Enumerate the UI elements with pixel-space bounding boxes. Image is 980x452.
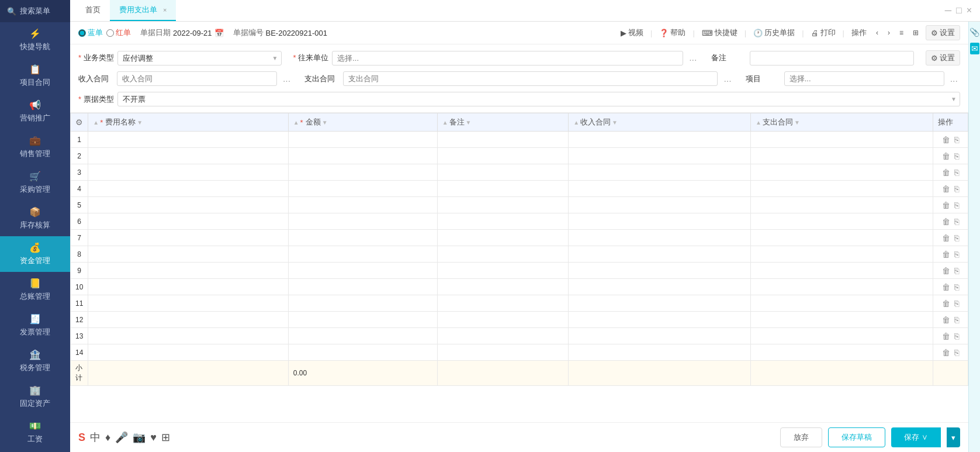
row-6-amount[interactable] — [288, 213, 437, 230]
row-3-copy-icon[interactable]: ⎘ — [953, 168, 960, 177]
row-7-income-contract[interactable] — [569, 230, 751, 246]
row-14-delete-icon[interactable]: 🗑 — [941, 348, 951, 357]
row-1-delete-icon[interactable]: 🗑 — [941, 135, 951, 144]
mail-icon[interactable]: ✉ — [970, 43, 979, 54]
list-view-btn[interactable]: ≡ — [897, 27, 906, 38]
row-5-amount[interactable] — [288, 197, 437, 213]
expense-name-sort-up[interactable]: ▲ — [93, 119, 99, 126]
camera-icon[interactable]: 📷 — [133, 431, 146, 444]
row-1-expense-contract[interactable] — [751, 132, 933, 148]
income-contract-input[interactable] — [117, 71, 277, 86]
row-1-expense-name[interactable] — [88, 132, 288, 148]
row-6-expense-name[interactable] — [88, 213, 288, 230]
partner-dots[interactable]: ... — [687, 53, 699, 63]
row-3-expense-name[interactable] — [88, 164, 288, 181]
row-4-income-contract[interactable] — [569, 181, 751, 197]
row-6-copy-icon[interactable]: ⎘ — [953, 217, 960, 226]
invoice-type-select[interactable]: 不开票 — [117, 92, 960, 106]
row-7-remark[interactable] — [437, 230, 569, 246]
row-4-expense-name[interactable] — [88, 181, 288, 197]
row-7-expense-contract[interactable] — [751, 230, 933, 246]
sidebar-item-capital[interactable]: 💰资金管理 — [0, 236, 70, 272]
row-9-expense-name[interactable] — [88, 263, 288, 279]
history-btn[interactable]: 🕐 历史单据 — [751, 26, 797, 39]
row-9-copy-icon[interactable]: ⎘ — [953, 266, 960, 275]
row-2-delete-icon[interactable]: 🗑 — [941, 151, 951, 161]
sidebar-item-salary[interactable]: 💵工资 — [0, 415, 70, 450]
save-btn[interactable]: 保存 ∨ — [891, 427, 941, 447]
row-2-amount[interactable] — [288, 148, 437, 164]
row-8-remark[interactable] — [437, 246, 569, 263]
row-10-expense-contract[interactable] — [751, 279, 933, 295]
row-5-expense-contract[interactable] — [751, 197, 933, 213]
project-dots[interactable]: ... — [948, 74, 960, 84]
row-11-expense-contract[interactable] — [751, 295, 933, 312]
row-14-copy-icon[interactable]: ⎘ — [953, 348, 960, 357]
settings-btn[interactable]: ⚙ 设置 — [926, 25, 960, 40]
row-1-amount[interactable] — [288, 132, 437, 148]
row-4-copy-icon[interactable]: ⎘ — [953, 184, 960, 194]
amount-sort-down[interactable]: ▼ — [322, 119, 328, 126]
row-6-remark[interactable] — [437, 213, 569, 230]
row-12-expense-contract[interactable] — [751, 312, 933, 328]
expense-contract-dots[interactable]: ... — [721, 74, 733, 84]
row-4-delete-icon[interactable]: 🗑 — [941, 184, 951, 194]
row-12-amount[interactable] — [288, 312, 437, 328]
row-12-remark[interactable] — [437, 312, 569, 328]
row-2-income-contract[interactable] — [569, 148, 751, 164]
grid-icon[interactable]: ⊞ — [161, 431, 170, 444]
row-2-remark[interactable] — [437, 148, 569, 164]
row-9-expense-contract[interactable] — [751, 263, 933, 279]
gear-col-icon[interactable]: ⚙ — [75, 118, 83, 127]
row-12-expense-name[interactable] — [88, 312, 288, 328]
row-2-expense-name[interactable] — [88, 148, 288, 164]
expense-contract-sort-down[interactable]: ▼ — [794, 119, 800, 126]
row-3-income-contract[interactable] — [569, 164, 751, 181]
remark-sort-down[interactable]: ▼ — [466, 119, 472, 126]
income-contract-dots[interactable]: ... — [281, 74, 293, 84]
row-11-copy-icon[interactable]: ⎘ — [953, 299, 960, 308]
amount-sort-up[interactable]: ▲ — [293, 119, 299, 126]
sidebar-item-inventory[interactable]: 📦库存核算 — [0, 201, 70, 236]
row-10-delete-icon[interactable]: 🗑 — [941, 282, 951, 292]
row-8-expense-contract[interactable] — [751, 246, 933, 263]
row-11-income-contract[interactable] — [569, 295, 751, 312]
sidebar-item-project-contract[interactable]: 📋项目合同 — [0, 58, 70, 94]
row-12-copy-icon[interactable]: ⎘ — [953, 315, 960, 325]
row-5-income-contract[interactable] — [569, 197, 751, 213]
heart-icon[interactable]: ♥ — [150, 432, 157, 444]
form-settings-btn[interactable]: ⚙ 设置 — [926, 50, 960, 65]
business-type-select[interactable]: 应付调整 — [117, 51, 282, 65]
video-btn[interactable]: ▶ 视频 — [618, 26, 646, 39]
row-6-delete-icon[interactable]: 🗑 — [941, 217, 951, 226]
row-3-delete-icon[interactable]: 🗑 — [941, 168, 951, 177]
shortcut-btn[interactable]: ⌨ 快捷键 — [699, 26, 740, 39]
row-1-income-contract[interactable] — [569, 132, 751, 148]
row-14-remark[interactable] — [437, 344, 569, 361]
row-14-expense-name[interactable] — [88, 344, 288, 361]
row-4-remark[interactable] — [437, 181, 569, 197]
row-7-delete-icon[interactable]: 🗑 — [941, 233, 951, 243]
row-11-remark[interactable] — [437, 295, 569, 312]
remark-sort-up[interactable]: ▲ — [442, 119, 448, 126]
sidebar-item-quick-nav[interactable]: ⚡快捷导航 — [0, 22, 70, 58]
win-close-icon[interactable]: × — [967, 5, 972, 16]
nav-right-btn[interactable]: › — [885, 27, 892, 38]
row-9-income-contract[interactable] — [569, 263, 751, 279]
row-8-copy-icon[interactable]: ⎘ — [953, 250, 960, 259]
row-4-amount[interactable] — [288, 181, 437, 197]
sidebar-item-ledger[interactable]: 📒总账管理 — [0, 272, 70, 308]
row-5-remark[interactable] — [437, 197, 569, 213]
row-10-copy-icon[interactable]: ⎘ — [953, 282, 960, 292]
row-13-expense-name[interactable] — [88, 328, 288, 344]
row-2-expense-contract[interactable] — [751, 148, 933, 164]
print-btn[interactable]: 🖨 打印 — [809, 26, 838, 39]
blue-radio-label[interactable]: 蓝单 — [78, 27, 103, 38]
sidebar-item-purchase[interactable]: 🛒采购管理 — [0, 165, 70, 201]
row-8-delete-icon[interactable]: 🗑 — [941, 250, 951, 259]
paperclip-icon[interactable]: 📎 — [969, 27, 979, 37]
row-13-delete-icon[interactable]: 🗑 — [941, 332, 951, 341]
row-5-expense-name[interactable] — [88, 197, 288, 213]
row-10-expense-name[interactable] — [88, 279, 288, 295]
row-7-copy-icon[interactable]: ⎘ — [953, 233, 960, 243]
